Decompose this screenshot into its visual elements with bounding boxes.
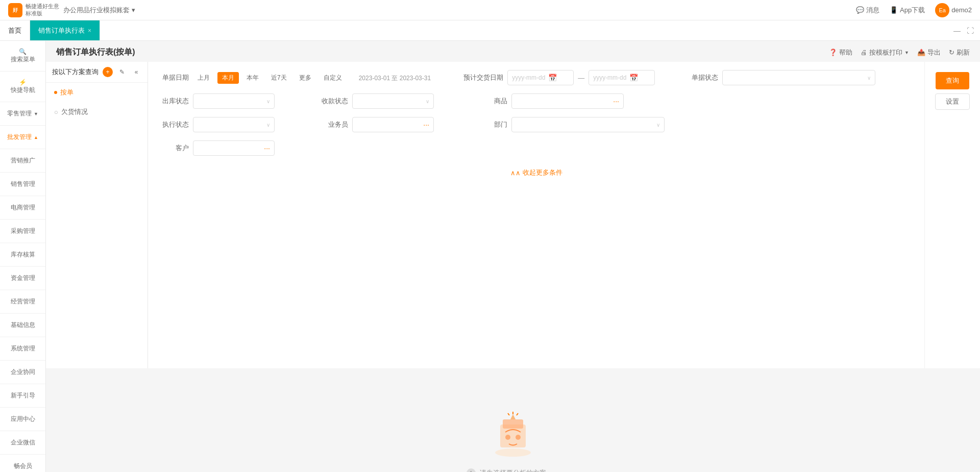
- delivery-status-label: 出库状态: [158, 97, 189, 106]
- message-button[interactable]: 💬 消息: [856, 6, 879, 15]
- breadcrumb: 办公用品行业模拟账套 ▾: [63, 6, 135, 15]
- filter-section: 按以下方案查询 + ✎ « 按单 ○ 欠货情况: [46, 62, 980, 368]
- sidebar-item-purchase[interactable]: 采购管理: [0, 220, 45, 243]
- customer-more-icon[interactable]: ···: [264, 144, 270, 152]
- sidebar-item-appcenter[interactable]: 应用中心: [0, 408, 45, 431]
- print-button[interactable]: 🖨 按模板打印 ▼: [861, 48, 909, 57]
- sidebar-item-inventory[interactable]: 库存核算: [0, 243, 45, 267]
- tab-sales-order[interactable]: 销售订单执行表 ×: [30, 20, 100, 40]
- delivery-status-select[interactable]: ∨: [193, 93, 275, 109]
- scheme-edit-button[interactable]: ✎: [117, 67, 127, 77]
- doc-status-select[interactable]: ∨: [722, 70, 875, 85]
- sidebar-item-base[interactable]: 基础信息: [0, 314, 45, 337]
- refresh-button[interactable]: ↻ 刷新: [949, 48, 970, 57]
- print-arrow-icon: ▼: [904, 50, 909, 55]
- filter-exec-status: 执行状态 ∨: [158, 117, 275, 132]
- scheme-collapse-button[interactable]: «: [131, 67, 141, 77]
- sidebar-item-quicknav[interactable]: ⚡ 快捷导航: [0, 72, 45, 102]
- sidebar-item-cooperation[interactable]: 企业协同: [0, 361, 45, 384]
- payment-chevron-icon: ∨: [426, 99, 429, 104]
- app-download-button[interactable]: 📱 App下载: [890, 6, 925, 15]
- chevron-up-icon: ▲: [34, 135, 38, 140]
- tab-close-icon[interactable]: ×: [88, 27, 91, 34]
- tab-home[interactable]: 首页: [0, 20, 30, 40]
- calendar-end-icon: 📅: [629, 74, 638, 82]
- sidebar-item-system[interactable]: 系统管理: [0, 337, 45, 361]
- sidebar-item-finance[interactable]: 资金管理: [0, 267, 45, 290]
- expected-date-start[interactable]: yyyy-mm-dd 📅: [507, 70, 574, 85]
- scheme-item-shortage[interactable]: ○ 欠货情况: [46, 102, 148, 122]
- status-label: 单据状态: [688, 73, 718, 82]
- page-header: 销售订单执行表(按单) ❓ 帮助 🖨 按模板打印 ▼ 📤 导出 ↻ 刷新: [46, 41, 980, 62]
- salesperson-input[interactable]: ···: [352, 117, 434, 132]
- sidebar-item-search[interactable]: 🔍 搜索菜单: [0, 41, 45, 72]
- date-btn-this-year[interactable]: 本年: [242, 72, 263, 84]
- date-btn-more[interactable]: 更多: [295, 72, 316, 84]
- sidebar-item-operations[interactable]: 经营管理: [0, 290, 45, 314]
- exec-status-select[interactable]: ∨: [193, 117, 275, 132]
- tab-minimize-icon[interactable]: —: [953, 27, 961, 35]
- customer-label: 客户: [158, 144, 189, 153]
- logo-text: 畅捷通好生意 标准版: [26, 3, 59, 16]
- logo-icon: 好: [8, 3, 22, 17]
- export-button[interactable]: 📤 导出: [917, 48, 941, 57]
- scheme-active-dot: [54, 91, 57, 94]
- filter-department: 部门 ∨: [477, 117, 665, 132]
- date-btn-last-month[interactable]: 上月: [193, 72, 214, 84]
- empty-steps: 1 请先选择要分析的方案 2 用过滤条件来缩小分析范围: [467, 468, 559, 472]
- filter-payment-status: 收款状态 ∨: [317, 93, 434, 109]
- sidebar: 🔍 搜索菜单 ⚡ 快捷导航 零售管理 ▼ 批发管理 ▲ 营销推广 销售管理 电商…: [0, 41, 46, 472]
- salesperson-more-icon[interactable]: ···: [423, 121, 429, 129]
- query-button[interactable]: 查询: [936, 72, 969, 89]
- scheme-panel-header: 按以下方案查询 + ✎ «: [46, 62, 148, 83]
- sidebar-item-wechat[interactable]: 企业微信: [0, 431, 45, 455]
- goods-more-icon[interactable]: ···: [613, 97, 619, 105]
- date-btn-this-month[interactable]: 本月: [217, 72, 239, 84]
- filter-doc-status: 单据状态 ∨: [688, 70, 875, 85]
- main-layout: 🔍 搜索菜单 ⚡ 快捷导航 零售管理 ▼ 批发管理 ▲ 营销推广 销售管理 电商…: [0, 41, 980, 472]
- customer-input[interactable]: ···: [193, 140, 275, 156]
- filter-date-item: 单据日期 上月 本月 本年 近7天 更多 自定义: [158, 72, 347, 84]
- export-icon: 📤: [917, 49, 925, 56]
- collapse-button[interactable]: ∧∧ 收起更多条件: [158, 164, 914, 181]
- svg-rect-2: [503, 419, 523, 429]
- expected-date-end[interactable]: yyyy-mm-dd 📅: [589, 70, 655, 85]
- message-icon: 💬: [856, 6, 864, 14]
- department-label: 部门: [477, 120, 507, 129]
- goods-input[interactable]: ···: [511, 93, 624, 109]
- filter-row-customer: 客户 ···: [158, 140, 914, 156]
- department-select[interactable]: ∨: [511, 117, 665, 132]
- filter-row-status: 出库状态 ∨ 收款状态 ∨: [158, 93, 914, 109]
- scheme-panel-actions: + ✎ «: [103, 67, 141, 77]
- search-icon: 🔍: [4, 48, 41, 55]
- date-btn-custom[interactable]: 自定义: [319, 72, 347, 84]
- date-btn-7days[interactable]: 近7天: [266, 72, 291, 84]
- sidebar-item-retail[interactable]: 零售管理 ▼: [0, 102, 45, 126]
- scheme-item-order[interactable]: 按单: [46, 83, 148, 102]
- sidebar-item-sales[interactable]: 销售管理: [0, 173, 45, 196]
- date-button-group: 上月 本月 本年 近7天 更多 自定义: [193, 72, 347, 84]
- scheme-shortage-icon: ○: [54, 108, 58, 116]
- sidebar-item-member[interactable]: 畅会员: [0, 455, 45, 472]
- sidebar-item-marketing[interactable]: 营销推广: [0, 149, 45, 173]
- sidebar-item-ecommerce[interactable]: 电商管理: [0, 196, 45, 220]
- help-button[interactable]: ❓ 帮助: [829, 48, 852, 57]
- empty-step-1: 1 请先选择要分析的方案: [467, 468, 559, 472]
- calendar-start-icon: 📅: [548, 74, 557, 82]
- scheme-add-button[interactable]: +: [103, 67, 113, 77]
- svg-point-4: [516, 435, 521, 440]
- logo-area: 好 畅捷通好生意 标准版: [8, 3, 59, 17]
- filter-row-exec: 执行状态 ∨ 业务员 ···: [158, 117, 914, 132]
- payment-status-select[interactable]: ∨: [352, 93, 434, 109]
- top-bar: 好 畅捷通好生意 标准版 办公用品行业模拟账套 ▾ 💬 消息 📱 App下载 E…: [0, 0, 980, 20]
- salesperson-label: 业务员: [317, 120, 348, 129]
- page-title: 销售订单执行表(按单): [56, 47, 135, 58]
- expected-date-label: 预计交货日期: [463, 73, 503, 82]
- tab-fullscreen-icon[interactable]: ⛶: [967, 27, 974, 35]
- sidebar-item-guide[interactable]: 新手引导: [0, 384, 45, 408]
- tab-spacer: [100, 20, 947, 40]
- exec-chevron-icon: ∨: [266, 122, 270, 128]
- sidebar-item-wholesale[interactable]: 批发管理 ▲: [0, 126, 45, 149]
- settings-button[interactable]: 设置: [935, 93, 970, 110]
- user-area[interactable]: Ea demo2: [935, 3, 972, 17]
